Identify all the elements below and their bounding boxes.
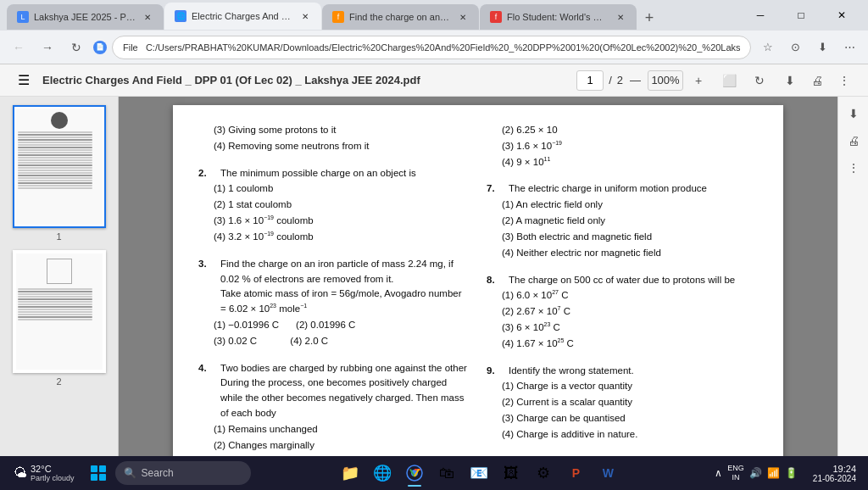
- search-icon: 🔍: [124, 467, 136, 479]
- tab-electric-charges[interactable]: 🌐 Electric Charges And Field _ DP ✕: [164, 3, 321, 30]
- thumb-num-2: 2: [56, 376, 61, 387]
- q-number-3: 3.: [198, 257, 214, 317]
- q-block-8: 8. The charge on 500 cc of water due to …: [487, 273, 758, 352]
- taskbar-search[interactable]: 🔍 Search: [115, 461, 251, 485]
- pdf-columns: (3) Giving some protons to it (4) Removi…: [198, 122, 758, 456]
- download-button[interactable]: ⬇: [810, 36, 834, 59]
- lang-badge[interactable]: ENGIN: [727, 464, 744, 482]
- q-text-2: The minimum possible charge on an object…: [220, 166, 470, 181]
- forward-button[interactable]: →: [36, 36, 59, 59]
- thumb-line: [18, 301, 92, 303]
- q-option: (4) 1.67 × 1025 C: [502, 337, 758, 352]
- q-options-8: (1) 6.0 × 1027 C (2) 2.67 × 107 C (3) 6 …: [487, 288, 758, 351]
- q-option: (1) Charge is a vector quantity: [502, 379, 758, 394]
- system-clock[interactable]: 19:24 21-06-2024: [808, 464, 861, 483]
- battery-icon[interactable]: 🔋: [785, 467, 798, 479]
- thumb-line: [18, 306, 92, 308]
- reload-button[interactable]: ↻: [64, 36, 88, 59]
- print-button[interactable]: 🖨: [805, 69, 829, 92]
- network-icon[interactable]: 📶: [767, 467, 780, 479]
- rotate-button[interactable]: ↻: [748, 69, 771, 92]
- taskbar-app-file-explorer[interactable]: 📁: [335, 458, 365, 488]
- taskbar-app-edge[interactable]: 🌐: [367, 458, 398, 488]
- save-button[interactable]: ⬇: [778, 69, 802, 92]
- q-options-7: (1) An electric field only (2) A magneti…: [487, 198, 758, 260]
- thumb-line: [18, 154, 92, 156]
- tab-favicon-3: f: [332, 11, 344, 23]
- tab-lakshya-jee[interactable]: L Lakshya JEE 2025 - Physics Wal ✕: [7, 4, 164, 30]
- clock-date: 21-06-2024: [813, 474, 856, 483]
- thumbnail-page-1[interactable]: 1: [8, 105, 109, 242]
- taskbar-app-mail[interactable]: 📧: [464, 458, 494, 488]
- q-option: (4) 3.2 × 10−19 coulomb: [214, 230, 470, 245]
- taskbar-app-settings[interactable]: ⚙: [528, 458, 559, 488]
- chevron-up-icon[interactable]: ∧: [715, 467, 722, 479]
- fit-page-button[interactable]: ⬜: [717, 69, 741, 92]
- thumb-line: [18, 162, 92, 164]
- tab-flo-student[interactable]: f Flo Student: World's Only Live ✕: [480, 4, 637, 30]
- thumb-content-2: [16, 253, 103, 370]
- maximize-button[interactable]: □: [782, 3, 821, 28]
- taskbar-app-store[interactable]: 🛍: [431, 458, 462, 488]
- weather-icon: 🌤: [14, 465, 27, 481]
- right-column: (2) 6.25 × 10 (3) 1.6 × 10−19 (4) 9 × 10…: [487, 122, 758, 456]
- taskbar-app-chrome[interactable]: [399, 458, 430, 488]
- q-option: (2) 1 stat coulomb: [214, 198, 470, 213]
- taskbar-app-photos[interactable]: 🖼: [496, 458, 526, 488]
- minimize-button[interactable]: ─: [741, 3, 780, 28]
- menu-toggle-button[interactable]: ☰: [12, 69, 36, 92]
- page-number-input[interactable]: [576, 70, 604, 91]
- system-icons: ∧ ENGIN 🔊 📶 🔋: [708, 464, 804, 482]
- thumb-line: [18, 296, 92, 298]
- q-block-continuation: (3) Giving some protons to it (4) Removi…: [198, 123, 470, 154]
- address-icons: ☆ ⊙ ⬇ ⋯: [756, 36, 861, 59]
- thumb-line: [18, 159, 92, 161]
- tab-close-4[interactable]: ✕: [615, 11, 626, 23]
- taskbar-app-powerpoint[interactable]: P: [560, 458, 591, 488]
- address-input[interactable]: [112, 36, 751, 59]
- speaker-icon[interactable]: 🔊: [749, 467, 762, 479]
- pdf-area[interactable]: (3) Giving some protons to it (4) Removi…: [119, 97, 837, 456]
- thumbnail-page-2[interactable]: 2: [8, 250, 109, 387]
- q-text-8: The charge on 500 cc of water due to pro…: [509, 273, 758, 288]
- thumb-line: [18, 314, 92, 315]
- thumb-image-2: [13, 250, 106, 373]
- profile-button[interactable]: ⊙: [783, 36, 807, 59]
- q-num-line-4: 4. Two bodies are charged by rubbing one…: [198, 361, 470, 421]
- taskbar-weather[interactable]: 🌤 32°C Partly cloudy: [7, 464, 81, 482]
- thumb-line: [18, 152, 92, 153]
- new-tab-button[interactable]: +: [637, 6, 661, 30]
- taskbar-app-word[interactable]: W: [593, 458, 623, 488]
- q-option: (3) Both electric and magnetic field: [502, 230, 758, 245]
- thumb-line: [18, 293, 92, 295]
- thumb-line: [18, 147, 92, 148]
- taskbar: 🌤 32°C Partly cloudy 🔍 Search 📁 🌐: [0, 456, 868, 490]
- thumbnail-panel[interactable]: 1: [0, 97, 119, 456]
- bookmark-button[interactable]: ☆: [756, 36, 780, 59]
- start-button[interactable]: [85, 459, 112, 487]
- q-option: (2) Current is a scalar quantity: [502, 395, 758, 410]
- tab-close-2[interactable]: ✕: [299, 10, 311, 22]
- tab-find-charge[interactable]: f Find the charge on an iron part ✕: [322, 4, 479, 30]
- tab-favicon-2: 🌐: [175, 10, 186, 22]
- tab-close-1[interactable]: ✕: [142, 11, 153, 23]
- q-option: (4) Charge is additive in nature.: [502, 427, 758, 443]
- settings-button[interactable]: ⋯: [837, 36, 861, 59]
- thumb-line: [18, 164, 92, 166]
- print-page-button[interactable]: 🖨: [842, 129, 865, 153]
- tab-close-3[interactable]: ✕: [457, 11, 469, 23]
- more-tools-button[interactable]: ⋮: [842, 156, 865, 180]
- zoom-in-button[interactable]: +: [687, 69, 710, 92]
- q-option: (2) Changes marginally: [214, 438, 470, 454]
- q-number-9: 9.: [487, 364, 502, 379]
- q-num-line-2: 2. The minimum possible charge on an obj…: [198, 166, 470, 181]
- q-option: (3) 1.6 × 10−19: [502, 139, 758, 154]
- thumb-line: [18, 180, 92, 181]
- close-button[interactable]: ✕: [822, 3, 861, 28]
- weather-info: 32°C Partly cloudy: [31, 464, 75, 482]
- bookmark-page-button[interactable]: ⬇: [842, 102, 865, 125]
- more-options-button[interactable]: ⋮: [832, 69, 856, 92]
- q-option: (4) 9 × 1011: [502, 155, 758, 170]
- weather-condition: Partly cloudy: [31, 474, 75, 482]
- back-button[interactable]: ←: [7, 36, 31, 59]
